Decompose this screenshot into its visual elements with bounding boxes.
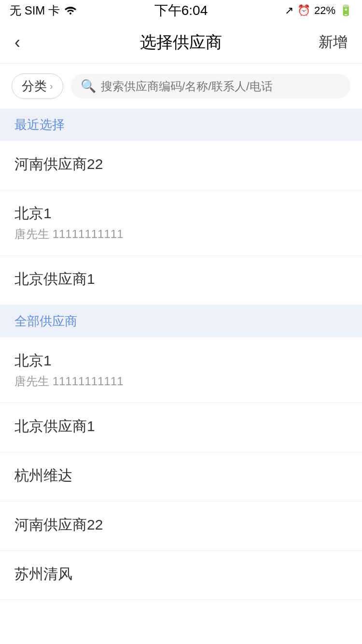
- chevron-right-icon: ›: [50, 81, 53, 92]
- supplier-name: 河南供应商22: [14, 515, 348, 535]
- back-button[interactable]: ‹: [14, 32, 43, 53]
- recent-section-header: 最近选择: [0, 109, 362, 141]
- list-item[interactable]: 北京1唐先生 11111111111: [0, 190, 362, 256]
- list-item[interactable]: 北京供应商1: [0, 403, 362, 452]
- supplier-name: 北京1: [14, 351, 348, 371]
- supplier-contact: 唐先生 11111111111: [14, 226, 348, 242]
- sim-text: 无 SIM 卡: [10, 3, 60, 18]
- list-item[interactable]: 河南供应商22: [0, 502, 362, 551]
- list-item[interactable]: 苏州清风: [0, 551, 362, 600]
- all-section-label: 全部供应商: [14, 314, 77, 328]
- nav-bar: ‹ 选择供应商 新增: [0, 21, 362, 64]
- supplier-name: 北京1: [14, 204, 348, 224]
- supplier-name: 北京供应商1: [14, 417, 348, 436]
- battery-text: 22%: [314, 4, 335, 17]
- status-left: 无 SIM 卡: [10, 3, 77, 18]
- battery-icon: 🔋: [339, 4, 352, 17]
- list-item[interactable]: 河南供应商22: [0, 141, 362, 190]
- supplier-name: 北京供应商1: [14, 269, 348, 289]
- list-item[interactable]: 北京1唐先生 11111111111: [0, 337, 362, 403]
- supplier-name: 河南供应商22: [14, 154, 348, 174]
- category-label: 分类: [22, 78, 47, 95]
- status-right: ↗ ⏰ 22% 🔋: [285, 4, 352, 17]
- recent-list: 河南供应商22北京1唐先生 11111111111北京供应商1: [0, 141, 362, 305]
- wifi-icon: [64, 4, 77, 17]
- page-title: 选择供应商: [140, 31, 222, 54]
- location-icon: ↗: [285, 4, 293, 17]
- search-row: 分类 › 🔍: [0, 64, 362, 109]
- status-time: 下午6:04: [154, 1, 208, 20]
- search-box[interactable]: 🔍: [71, 74, 350, 98]
- search-input[interactable]: [101, 80, 341, 93]
- supplier-name: 杭州维达: [14, 466, 348, 486]
- all-list: 北京1唐先生 11111111111北京供应商1杭州维达河南供应商22苏州清风: [0, 337, 362, 600]
- category-button[interactable]: 分类 ›: [12, 73, 63, 99]
- list-item[interactable]: 北京供应商1: [0, 256, 362, 305]
- supplier-name: 苏州清风: [14, 564, 348, 584]
- all-section-header: 全部供应商: [0, 305, 362, 337]
- recent-section-label: 最近选择: [14, 117, 65, 132]
- search-icon: 🔍: [81, 79, 96, 94]
- status-bar: 无 SIM 卡 下午6:04 ↗ ⏰ 22% 🔋: [0, 0, 362, 21]
- add-button[interactable]: 新增: [319, 32, 348, 52]
- list-item[interactable]: 杭州维达: [0, 452, 362, 502]
- alarm-icon: ⏰: [297, 4, 310, 17]
- supplier-contact: 唐先生 11111111111: [14, 374, 348, 389]
